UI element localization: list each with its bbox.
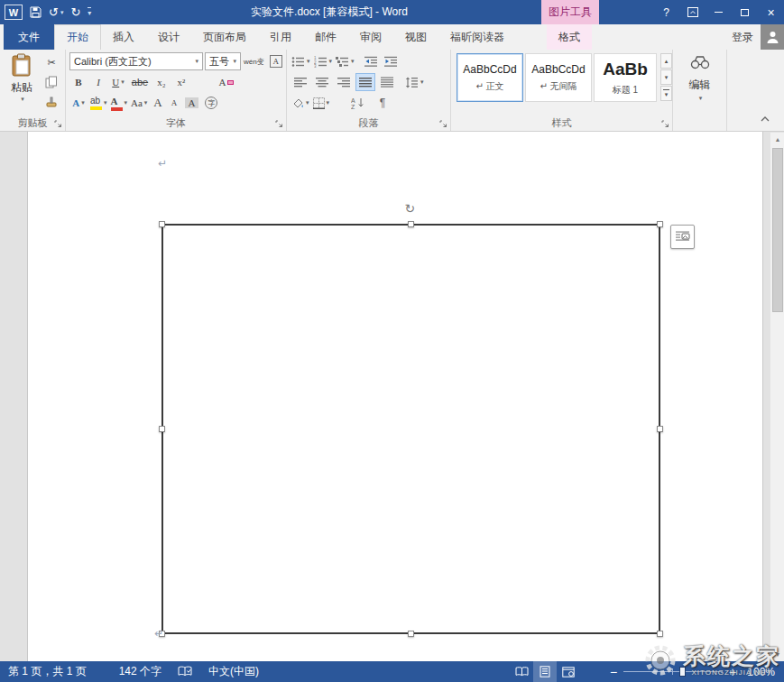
shrink-font-button[interactable]: A xyxy=(167,94,180,112)
styles-scroll-down-button[interactable]: ▾ xyxy=(660,69,672,85)
resize-handle-se[interactable] xyxy=(657,631,663,637)
web-layout-button[interactable] xyxy=(557,661,580,682)
shading-button[interactable]: ▾ xyxy=(291,94,310,112)
redo-button[interactable]: ↻ xyxy=(70,6,80,18)
superscript-button[interactable]: x² xyxy=(172,73,190,91)
chevron-down-icon[interactable]: ▾ xyxy=(81,99,85,106)
multilevel-list-button[interactable]: ▾ xyxy=(335,52,355,70)
style-card-no-spacing[interactable]: AaBbCcDd ↵ 无间隔 xyxy=(525,53,592,102)
word-count[interactable]: 142 个字 xyxy=(111,661,170,682)
styles-dialog-launcher[interactable] xyxy=(661,120,669,128)
line-spacing-button[interactable]: ▾ xyxy=(404,73,425,91)
chevron-down-icon[interactable]: ▾ xyxy=(104,99,107,106)
selected-picture[interactable]: ↻ xyxy=(161,224,660,634)
chevron-down-icon[interactable]: ▾ xyxy=(125,99,128,106)
help-button[interactable]: ? xyxy=(653,0,679,24)
tab-mailings[interactable]: 邮件 xyxy=(303,24,348,50)
tab-home[interactable]: 开始 xyxy=(54,24,101,50)
align-left-button[interactable] xyxy=(291,73,310,91)
vertical-scrollbar[interactable]: ▲ ▼ xyxy=(770,133,784,661)
tab-format[interactable]: 格式 xyxy=(547,24,592,50)
paste-button[interactable]: 粘贴 ▾ xyxy=(4,52,40,119)
text-effects-button[interactable]: A ▾ xyxy=(69,94,88,112)
align-right-button[interactable] xyxy=(334,73,354,91)
editing-button[interactable]: 编辑 ▾ xyxy=(673,55,726,102)
chevron-down-icon[interactable]: ▾ xyxy=(327,99,330,106)
resize-handle-w[interactable] xyxy=(159,426,165,432)
subscript-button[interactable]: x₂ xyxy=(152,73,171,91)
tab-references[interactable]: 引用 xyxy=(258,24,303,50)
chevron-down-icon[interactable]: ▾ xyxy=(233,58,236,65)
layout-options-button[interactable] xyxy=(670,225,695,249)
strikethrough-button[interactable]: abe xyxy=(129,73,151,91)
zoom-percent[interactable]: 100% xyxy=(742,666,784,678)
zoom-in-button[interactable]: + xyxy=(723,665,742,679)
resize-handle-nw[interactable] xyxy=(159,221,165,227)
font-name-combo[interactable]: Calibri (西文正文) ▾ xyxy=(69,52,203,70)
document-page[interactable]: ↵ ↻ xyxy=(27,132,763,661)
paste-dropdown-icon[interactable]: ▾ xyxy=(21,96,24,103)
chevron-down-icon[interactable]: ▾ xyxy=(351,58,355,65)
underline-button[interactable]: U ▾ xyxy=(109,73,127,91)
font-size-combo[interactable]: 五号 ▾ xyxy=(205,52,241,70)
highlight-button[interactable]: ab ▾ xyxy=(89,94,108,112)
sort-button[interactable]: A Z xyxy=(348,94,366,112)
resize-handle-e[interactable] xyxy=(657,426,663,432)
tab-file[interactable]: 文件 xyxy=(4,24,54,50)
close-button[interactable]: × xyxy=(758,0,784,24)
style-card-normal[interactable]: AaBbCcDd ↵ 正文 xyxy=(457,53,523,102)
resize-handle-ne[interactable] xyxy=(657,221,663,227)
language-status[interactable]: 中文(中国) xyxy=(200,661,267,682)
chevron-down-icon[interactable]: ▾ xyxy=(420,78,424,86)
scrollbar-thumb[interactable] xyxy=(772,148,783,312)
copy-button[interactable] xyxy=(42,73,60,91)
styles-more-button[interactable]: ▾ xyxy=(660,86,672,101)
user-avatar[interactable] xyxy=(761,24,784,50)
tab-foxit-reader[interactable]: 福昕阅读器 xyxy=(438,24,516,50)
character-border-button[interactable]: A xyxy=(267,52,285,70)
signin-button[interactable]: 登录 xyxy=(732,24,753,50)
font-color-button[interactable]: A ▾ xyxy=(110,94,129,112)
character-shading-button[interactable]: A xyxy=(182,94,200,112)
chevron-down-icon[interactable]: ▾ xyxy=(195,58,198,65)
chevron-down-icon[interactable]: ▾ xyxy=(144,99,148,106)
resize-handle-n[interactable] xyxy=(408,221,414,227)
bold-button[interactable]: B xyxy=(69,73,88,91)
font-dialog-launcher[interactable] xyxy=(275,120,283,128)
scroll-up-button[interactable]: ▲ xyxy=(770,133,784,146)
zoom-out-button[interactable]: − xyxy=(604,665,623,679)
tab-design[interactable]: 设计 xyxy=(146,24,191,50)
numbering-button[interactable]: 1 2 3 ▾ xyxy=(313,52,334,70)
decrease-indent-button[interactable] xyxy=(363,52,381,70)
clipboard-dialog-launcher[interactable] xyxy=(54,120,62,128)
justify-button[interactable] xyxy=(355,73,375,91)
grow-font-button[interactable]: A xyxy=(150,94,165,112)
enclose-characters-button[interactable]: 字 xyxy=(202,94,220,112)
italic-button[interactable]: I xyxy=(89,73,107,91)
read-mode-button[interactable] xyxy=(510,661,533,682)
tab-review[interactable]: 审阅 xyxy=(348,24,393,50)
page-info[interactable]: 第 1 页，共 1 页 xyxy=(0,661,95,682)
undo-dropdown-icon[interactable]: ▾ xyxy=(60,9,64,15)
ribbon-display-options-button[interactable] xyxy=(679,0,706,24)
phonetic-guide-button[interactable]: wén变 xyxy=(243,52,265,70)
chevron-down-icon[interactable]: ▾ xyxy=(306,99,309,106)
rotation-handle[interactable]: ↻ xyxy=(405,201,416,216)
collapse-ribbon-button[interactable] xyxy=(755,112,775,125)
bullets-button[interactable]: ▾ xyxy=(291,52,311,70)
resize-handle-s[interactable] xyxy=(408,631,414,637)
distribute-button[interactable] xyxy=(377,73,397,91)
show-hide-marks-button[interactable]: ¶ xyxy=(374,94,392,112)
zoom-thumb[interactable] xyxy=(679,667,686,677)
tab-insert[interactable]: 插入 xyxy=(101,24,146,50)
tab-view[interactable]: 视图 xyxy=(393,24,438,50)
paragraph-dialog-launcher[interactable] xyxy=(439,120,447,128)
save-button[interactable] xyxy=(30,6,42,18)
align-center-button[interactable] xyxy=(312,73,332,91)
undo-button[interactable]: ↺ ▾ xyxy=(49,6,63,18)
clear-formatting-button[interactable]: A xyxy=(217,73,235,91)
borders-button[interactable]: ▾ xyxy=(312,94,331,112)
proofing-status-button[interactable] xyxy=(170,661,200,682)
chevron-down-icon[interactable]: ▾ xyxy=(121,78,125,86)
style-card-heading1[interactable]: AaBb 标题 1 xyxy=(594,53,657,102)
